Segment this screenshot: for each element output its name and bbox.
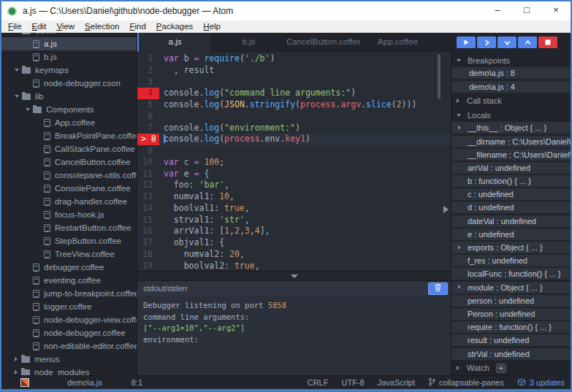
tree-item-consolepane-utils-coffee[interactable]: consolepane-utils.coffee [1,169,137,182]
tree-item-eventing-coffee[interactable]: eventing.coffee [1,274,137,287]
menu-help[interactable]: Help [198,22,226,31]
line-number[interactable]: 1 [137,53,159,65]
menu-find[interactable]: Find [124,22,150,31]
code-line-3[interactable]: 3 [137,77,451,88]
close-button[interactable]: × [541,1,571,20]
local-variable[interactable]: result : undefined [451,334,571,346]
status-grammar[interactable]: JavaScript [378,378,415,387]
local-variable[interactable]: Person : undefined [451,308,571,320]
line-number[interactable]: 17 [137,237,159,249]
tree-item-non-editable-editor-coffee[interactable]: non-editable-editor.coffee [1,339,137,353]
line-number[interactable]: 19 [137,261,159,272]
code-line-17[interactable]: 17 objval1: { [137,237,451,249]
tree-item-stepbutton-coffee[interactable]: StepButton.coffee [1,234,137,247]
local-variable[interactable]: arrVal : undefined [451,162,571,174]
menu-selection[interactable]: Selection [80,22,124,31]
line-number[interactable]: 18 [137,249,159,261]
minimize-button[interactable]: – [483,1,512,20]
tree-item-menus[interactable]: menus [1,353,137,366]
tree-item-consolepane-coffee[interactable]: ConsolePane.coffee [1,182,137,195]
flight-manual-icon[interactable] [20,378,29,387]
local-variable[interactable]: c : undefined [451,188,571,200]
tree-item-node-modules[interactable]: node_modules [1,366,137,375]
tree-item-callstackpane-coffee[interactable]: CallStackPane.coffee [1,142,137,155]
tree-item-a-js[interactable]: a.js [1,37,137,50]
status-line-ending[interactable]: CRLF [308,378,329,387]
line-number[interactable]: 14 [137,203,159,215]
line-number[interactable]: 12 [137,180,159,191]
local-variable[interactable]: f_res : undefined [451,255,571,266]
status-file-path[interactable]: demo\a.js [67,378,102,387]
code-line-15[interactable]: 15 strval1: 'str', [137,215,451,226]
tree-item-components[interactable]: Components [1,103,137,116]
line-number[interactable]: 3 [137,77,159,88]
breakpoint-gutter[interactable]: > 8 [137,134,159,145]
menu-view[interactable]: View [51,22,80,31]
code-line-8[interactable]: > 8console.log(process.env.key1) [137,134,451,145]
tree-item-node-debugger-cson[interactable]: node-debugger.cson [1,77,137,90]
tree-item-debugger-coffee[interactable]: debugger.coffee [1,261,137,274]
tree-item-b-js[interactable]: b.js [1,50,137,64]
status-cursor-position[interactable]: 8:1 [131,378,142,387]
locals-section-header[interactable]: Locals [451,109,571,120]
console-output[interactable]: Debugger listening on port 5858command l… [137,296,451,375]
breakpoints-section-header[interactable]: Breakpoints [451,55,571,66]
status-encoding[interactable]: UTF-8 [341,378,364,387]
code-line-13[interactable]: 13 numval1: 10, [137,191,451,203]
local-variable[interactable]: person : undefined [451,295,571,307]
watch-section-header[interactable]: Watch + [451,363,571,374]
console-resize-handle[interactable] [137,271,451,280]
menu-file[interactable]: File [3,22,27,31]
clear-console-button[interactable] [428,283,448,295]
breakpoint-gutter[interactable]: 4 [137,88,159,99]
status-updates[interactable]: 3 updates [517,378,565,388]
tree-item-node-debugger-coffee[interactable]: node-debugger.coffee [1,326,137,339]
local-variable[interactable]: b : function() { ... } [451,175,571,187]
step-out-button[interactable] [518,36,537,48]
local-variable[interactable]: __dirname : C:\Users\Daniel\github\ [451,136,571,147]
code-line-16[interactable]: 16 arrVal1: [1,2,3,4], [137,226,451,237]
code-line-7[interactable]: 7console.log("environment:") [137,123,451,134]
step-over-button[interactable] [477,36,496,48]
tree-item-breakpointpane-coffee[interactable]: BreakPointPane.coffee [1,129,137,142]
maximize-button[interactable]: □ [512,1,541,20]
call-stack-section-header[interactable]: Call stack [451,96,571,107]
breakpoint-item[interactable]: demo\a.js : 8 [451,67,571,79]
tree-item-keymaps[interactable]: keymaps [1,64,137,77]
code-line-12[interactable]: 12 foo: 'bar', [137,180,451,191]
local-variable[interactable]: exports : Object { ... } [451,242,571,253]
code-line-14[interactable]: 14 boolval1: true, [137,203,451,215]
tree-item-logger-coffee[interactable]: logger.coffee [1,300,137,313]
local-variable[interactable]: __filename : C:\Users\Daniel\github\ [451,149,571,161]
code-line-9[interactable]: 9 [137,145,451,157]
code-line-2[interactable]: 2 , result [137,65,451,77]
local-variable[interactable]: e : undefined [451,228,571,240]
step-into-button[interactable] [497,36,516,48]
tree-item-app-coffee[interactable]: App.coffee [1,116,137,129]
line-number[interactable]: 2 [137,65,159,77]
code-line-6[interactable]: 6 [137,111,451,123]
tree-item-cancelbutton-coffee[interactable]: CancelButton.coffee [1,155,137,169]
line-number[interactable]: 10 [137,157,159,169]
pane-toggle-icon[interactable] [443,206,449,213]
tree-item-node-debugger-view-coffee[interactable]: node-debugger-view.coffee [1,313,137,326]
code-editor[interactable]: 1var b = require('./b')2 , result34conso… [137,52,451,271]
tab-cancelbutton-coffee[interactable]: CancelButton.coffee [286,33,361,51]
local-variable[interactable]: module : Object { ... } [451,282,571,293]
tree-item-restartbutton-coffee[interactable]: RestartButton.coffee [1,221,137,234]
tab-app-coffee[interactable]: App.coffee [361,33,435,51]
add-watch-button[interactable]: + [496,364,506,373]
code-line-1[interactable]: 1var b = require('./b') [137,53,451,65]
editor-scrollbar[interactable] [438,54,441,99]
status-git-branch[interactable]: collapsable-panes [428,377,504,388]
line-number[interactable]: 13 [137,191,159,203]
line-number[interactable]: 9 [137,145,159,157]
local-variable[interactable]: d : undefined [451,201,571,213]
menu-edit[interactable]: Edit [27,22,52,31]
breakpoint-item[interactable]: demo\a.js : 4 [451,81,571,93]
line-number[interactable]: 5 [137,99,159,111]
local-variable[interactable]: __this__ : Object { ... } [451,122,571,134]
local-variable[interactable]: require : function() { ... } [451,321,571,333]
line-number[interactable]: 11 [137,169,159,180]
code-line-19[interactable]: 19 boolval2: true, [137,261,451,272]
